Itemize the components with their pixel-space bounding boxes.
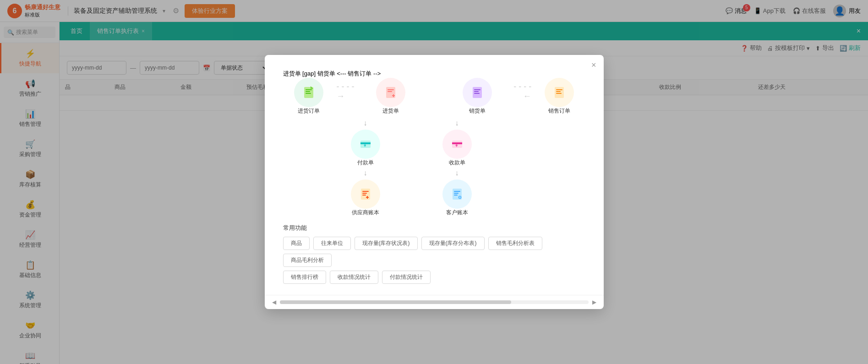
modal-box: × 进货单 [gap] 销货单 <--- 销售订单 --> 进货订单 - - - <box>265 55 604 309</box>
wf-col-supplier-ledger: ↓ 供应商账本 <box>338 168 393 217</box>
svg-rect-10 <box>474 89 480 90</box>
wf-row2: ↓ ¥ 付款单 ↓ ¥ <box>283 119 585 167</box>
func-btn-goods-margin[interactable]: 商品毛利分析 <box>283 254 332 267</box>
svg-point-33 <box>459 196 461 199</box>
arrow-down-to-customer: ↓ <box>455 169 459 177</box>
purchase-order-circle <box>294 78 323 107</box>
scroll-left-btn[interactable]: ◀ <box>272 299 276 305</box>
arrow-sales-order-to-sales: - - - - → <box>503 82 533 111</box>
sales-order-circle <box>545 78 574 107</box>
modal-overlay[interactable]: × 进货单 [gap] 销货单 <--- 销售订单 --> 进货订单 - - - <box>0 0 868 364</box>
func-btn-sales-margin[interactable]: 销售毛利分析表 <box>488 237 542 250</box>
supplier-ledger-label: 供应商账本 <box>352 209 379 217</box>
wf-row1: 进货订单 - - - - → 进货单 <box>283 78 585 115</box>
func-btn-stock-status[interactable]: 现存量(库存状况表) <box>355 237 418 250</box>
func-btn-sales-rank[interactable]: 销售排行榜 <box>283 271 326 284</box>
arrow-down-to-supplier: ↓ <box>364 169 367 177</box>
common-funcs-title: 常用功能 <box>283 224 585 232</box>
svg-rect-6 <box>388 91 392 92</box>
customer-ledger-label: 客户账本 <box>446 209 468 217</box>
func-btn-partners[interactable]: 往来单位 <box>313 237 351 250</box>
svg-rect-12 <box>474 93 480 94</box>
func-btn-payment-stats[interactable]: 付款情况统计 <box>382 271 431 284</box>
svg-rect-15 <box>556 91 561 92</box>
svg-rect-32 <box>454 195 458 196</box>
common-functions-area: 常用功能 商品 往来单位 现存量(库存状况表) 现存量(库存分布表) 销售毛利分… <box>283 224 585 284</box>
sales-circle <box>463 78 492 107</box>
wf-col-customer-ledger: ↓ 客户账本 <box>430 168 485 217</box>
receipt-label: 收款单 <box>449 159 465 167</box>
svg-rect-30 <box>454 191 460 192</box>
wf-node-sales-order: 销售订单 <box>534 78 585 115</box>
svg-rect-5 <box>388 89 394 90</box>
sales-label: 销货单 <box>469 107 486 115</box>
func-buttons: 商品 往来单位 现存量(库存状况表) 现存量(库存分布表) 销售毛利分析表 商品… <box>283 237 585 267</box>
svg-rect-31 <box>454 193 459 194</box>
workflow-area: 进货单 [gap] 销货单 <--- 销售订单 --> 进货订单 - - - -… <box>283 70 585 217</box>
wf-node-purchase-order: 进货订单 <box>283 78 335 115</box>
svg-rect-25 <box>362 193 367 194</box>
wf-col-payment: ↓ ¥ 付款单 <box>338 119 393 167</box>
svg-rect-16 <box>556 93 562 94</box>
wf-node-sales: 销货单 <box>451 78 503 115</box>
scroll-thumb <box>280 300 512 304</box>
svg-rect-14 <box>556 89 562 90</box>
customer-ledger-circle <box>442 179 472 209</box>
svg-rect-11 <box>474 91 479 92</box>
payment-circle: ¥ <box>351 130 380 159</box>
modal-body: 进货单 [gap] 销货单 <--- 销售订单 --> 进货订单 - - - -… <box>265 55 604 295</box>
func-btn-goods[interactable]: 商品 <box>283 237 310 250</box>
arrow-down-to-payment: ↓ <box>364 120 367 127</box>
sales-order-label: 销售订单 <box>548 107 570 115</box>
modal-close-btn[interactable]: × <box>591 60 596 70</box>
scroll-right-btn[interactable]: ▶ <box>592 299 596 305</box>
svg-rect-3 <box>306 93 311 94</box>
purchase-label: 进货单 <box>382 107 399 115</box>
svg-rect-24 <box>362 191 369 192</box>
svg-rect-9 <box>473 87 482 98</box>
arrow-purchase-to-purchase-order: - - - - → <box>334 82 365 111</box>
arrow-down-to-receipt: ↓ <box>455 120 459 127</box>
func-buttons-row2: 销售排行榜 收款情况统计 付款情况统计 <box>283 271 585 284</box>
svg-text:¥: ¥ <box>455 143 458 148</box>
svg-rect-26 <box>362 195 366 196</box>
svg-rect-1 <box>306 89 312 90</box>
func-btn-stock-dist[interactable]: 现存量(库存分布表) <box>421 237 485 250</box>
receipt-circle: ¥ <box>442 130 472 159</box>
purchase-order-label: 进货订单 <box>298 107 320 115</box>
wf-col-receipt: ↓ ¥ 收款单 <box>430 119 485 167</box>
svg-rect-2 <box>306 91 310 92</box>
payment-label: 付款单 <box>357 159 374 167</box>
supplier-ledger-circle <box>351 179 380 209</box>
modal-scroll-area: ◀ ▶ <box>265 295 604 309</box>
svg-rect-13 <box>555 87 564 98</box>
purchase-circle <box>376 78 405 107</box>
func-btn-receipt-stats[interactable]: 收款情况统计 <box>330 271 378 284</box>
wf-row3: ↓ 供应商账本 ↓ 客户账本 <box>283 168 585 217</box>
svg-rect-23 <box>361 189 370 200</box>
wf-node-purchase: 进货单 <box>365 78 417 115</box>
svg-text:¥: ¥ <box>363 143 366 148</box>
scroll-track[interactable] <box>280 300 589 304</box>
